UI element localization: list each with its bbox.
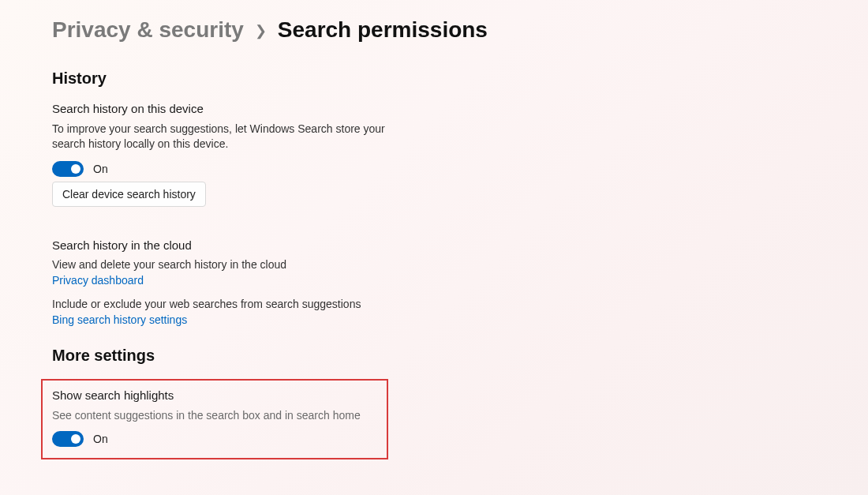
toggle-knob	[71, 164, 80, 174]
group-desc: See content suggestions in the search bo…	[52, 408, 377, 423]
group-desc: To improve your search suggestions, let …	[52, 122, 391, 152]
toggle-state-label: On	[93, 163, 108, 175]
toggle-search-history-device[interactable]	[52, 161, 84, 177]
privacy-dashboard-link[interactable]: Privacy dashboard	[52, 274, 868, 287]
group-search-history-cloud: Search history in the cloud View and del…	[52, 238, 868, 326]
toggle-knob	[71, 434, 80, 444]
group-desc: View and delete your search history in t…	[52, 258, 868, 271]
chevron-right-icon: ❯	[255, 22, 267, 39]
group-search-history-device: Search history on this device To improve…	[52, 102, 868, 221]
clear-device-history-button[interactable]: Clear device search history	[52, 182, 206, 207]
group-title: Search history in the cloud	[52, 238, 868, 252]
group-title: Show search highlights	[52, 388, 377, 402]
bing-history-settings-link[interactable]: Bing search history settings	[52, 313, 868, 326]
highlighted-setting-box: Show search highlights See content sugge…	[41, 379, 388, 459]
toggle-state-label: On	[93, 433, 108, 445]
breadcrumb-current: Search permissions	[278, 17, 488, 43]
toggle-search-highlights[interactable]	[52, 431, 84, 447]
section-heading-history: History	[52, 69, 868, 88]
group-title: Search history on this device	[52, 102, 868, 115]
breadcrumb: Privacy & security ❯ Search permissions	[52, 17, 868, 43]
section-heading-more: More settings	[52, 347, 868, 365]
include-exclude-text: Include or exclude your web searches fro…	[52, 298, 868, 310]
breadcrumb-parent[interactable]: Privacy & security	[52, 17, 244, 43]
